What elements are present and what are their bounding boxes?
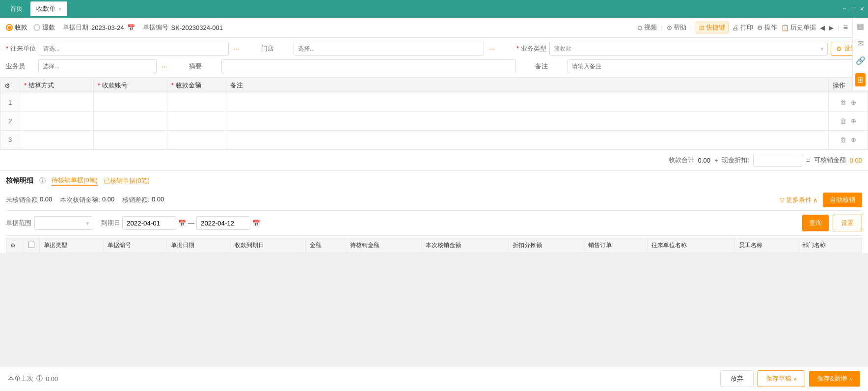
amount-input[interactable] — [167, 112, 226, 130]
receipt-table-section: ⚙ * 结算方式 * 收款账号 * 收款金额 备注 操作 1 🗑 ⊕ 2 🗑 ⊕ — [0, 78, 868, 150]
counterparty-label: 往来单位 — [6, 44, 36, 53]
note-row-input[interactable] — [226, 112, 828, 130]
query-button[interactable]: 查询 — [802, 215, 829, 231]
staff-input[interactable] — [38, 59, 157, 73]
auto-writeoff-button[interactable]: 自动核销 — [823, 193, 862, 207]
delete-row-icon[interactable]: 🗑 — [840, 99, 846, 106]
history-btn[interactable]: 📋 历史单据 — [781, 23, 816, 32]
amount-cell[interactable] — [167, 131, 226, 149]
row-num: 3 — [0, 131, 20, 149]
biztype-input[interactable] — [549, 42, 828, 56]
video-btn[interactable]: ⊙ 视频 — [637, 23, 657, 32]
copy-row-icon[interactable]: ⊕ — [851, 117, 856, 125]
pending-tab[interactable]: 待核销单据(0笔) — [52, 176, 98, 186]
note-row-input[interactable] — [226, 93, 828, 112]
account-input[interactable] — [94, 131, 167, 149]
note-cell[interactable] — [226, 93, 829, 112]
cal-from-icon[interactable]: 📅 — [178, 220, 186, 227]
writeoff-info-icon[interactable]: ⓘ — [39, 176, 46, 185]
amount-input[interactable] — [167, 131, 226, 149]
date-cal-icon[interactable]: 📅 — [127, 24, 135, 31]
list-view-icon[interactable]: ≡ — [843, 23, 848, 32]
copy-row-icon[interactable]: ⊕ — [851, 99, 856, 106]
ops-cell: 🗑 ⊕ — [829, 131, 868, 149]
number-value: SK-20230324-001 — [171, 24, 223, 31]
delete-row-icon[interactable]: 🗑 — [840, 136, 846, 143]
account-cell[interactable] — [94, 93, 167, 112]
staff-more-btn[interactable]: ··· — [160, 62, 169, 70]
maximize-icon[interactable]: □ — [852, 5, 856, 13]
note-cell[interactable] — [226, 112, 829, 131]
rp-table-icon[interactable]: ▦ — [857, 22, 864, 31]
video-icon: ⊙ — [637, 24, 643, 31]
minimize-icon[interactable]: － — [841, 4, 848, 13]
help-label: 帮助 — [674, 23, 686, 32]
range-select[interactable] — [34, 216, 93, 230]
store-input[interactable] — [294, 42, 484, 56]
print-btn[interactable]: 🖨 打印 — [732, 23, 753, 32]
tab-close-icon[interactable]: × — [58, 6, 61, 12]
bt-check[interactable] — [24, 238, 40, 253]
account-cell[interactable] — [94, 131, 167, 149]
summary-field: 摘要 — [189, 59, 516, 73]
bt-gear[interactable]: ⚙ — [6, 238, 24, 253]
rp-attach-icon[interactable]: 🔗 — [856, 56, 866, 65]
date-to-input[interactable] — [196, 216, 250, 230]
refund-radio[interactable]: 退款 — [33, 23, 55, 32]
note-cell[interactable] — [226, 131, 829, 149]
account-cell[interactable] — [94, 112, 167, 131]
account-input[interactable] — [94, 112, 167, 130]
check-all[interactable] — [28, 242, 34, 248]
summary-input[interactable] — [221, 59, 516, 73]
table-gear-header[interactable]: ⚙ — [0, 78, 20, 93]
rp-active-icon[interactable]: ⊞ — [855, 73, 866, 86]
settlement-input[interactable] — [20, 131, 93, 149]
nav-right-icon[interactable]: ▶ — [829, 24, 834, 31]
filter-settings-button[interactable]: 设置 — [833, 215, 862, 231]
store-more-btn[interactable]: ··· — [487, 45, 497, 53]
receipt-type-group: 收款 退款 — [6, 23, 55, 32]
counterparty-more-btn[interactable]: ··· — [232, 45, 242, 53]
date-from-input[interactable] — [122, 216, 176, 230]
tab-home[interactable]: 首页 — [4, 1, 28, 16]
settlement-cell[interactable] — [20, 131, 94, 149]
print-label: 打印 — [740, 23, 753, 32]
bt-th-dept: 部门名称 — [798, 238, 862, 253]
copy-row-icon[interactable]: ⊕ — [851, 136, 856, 143]
tab-receipt[interactable]: 收款单 × — [30, 1, 67, 16]
bt-th-order: 销售订单 — [584, 238, 648, 253]
settlement-input[interactable] — [20, 93, 93, 112]
plus-label: + — [714, 157, 718, 164]
amount-cell[interactable] — [167, 112, 226, 131]
note-row-input[interactable] — [226, 131, 828, 149]
account-input[interactable] — [94, 93, 167, 112]
counterparty-input[interactable] — [39, 42, 229, 56]
collapse-icon: ∧ — [813, 196, 818, 204]
amount-cell[interactable] — [167, 93, 226, 112]
th-amount: * 收款金额 — [167, 78, 226, 93]
close-window-icon[interactable]: × — [860, 5, 864, 13]
nav-left-icon[interactable]: ◀ — [820, 24, 825, 31]
writeoff-title: 核销明细 — [6, 176, 33, 185]
diff-label: 核销差额: — [122, 196, 150, 204]
discount-input[interactable] — [753, 154, 802, 167]
settlement-input[interactable] — [20, 112, 93, 130]
settlement-cell[interactable] — [20, 93, 94, 112]
note-input[interactable] — [568, 59, 862, 73]
rp-email-icon[interactable]: ✉ — [857, 39, 864, 48]
cal-to-icon[interactable]: 📅 — [252, 220, 260, 227]
more-conditions-btn[interactable]: ▽ 更多条件 ∧ — [780, 196, 818, 204]
note-label: 备注 — [535, 62, 565, 71]
completed-tab[interactable]: 已核销单据(0笔) — [104, 176, 150, 185]
store-label: 门店 — [261, 44, 291, 53]
receipt-radio[interactable]: 收款 — [6, 23, 27, 32]
amount-input[interactable] — [167, 93, 226, 112]
bt-th-discount: 折扣分摊额 — [509, 238, 584, 253]
delete-row-icon[interactable]: 🗑 — [840, 117, 846, 125]
settlement-cell[interactable] — [20, 112, 94, 131]
th-note: 备注 — [226, 78, 829, 93]
ops-cell: 🗑 ⊕ — [829, 93, 868, 112]
operate-btn[interactable]: ⚙ 操作 — [757, 23, 777, 32]
shortcut-btn[interactable]: ⊟ 快捷键 — [696, 22, 729, 33]
help-btn[interactable]: ⊙ 帮助 — [667, 23, 686, 32]
